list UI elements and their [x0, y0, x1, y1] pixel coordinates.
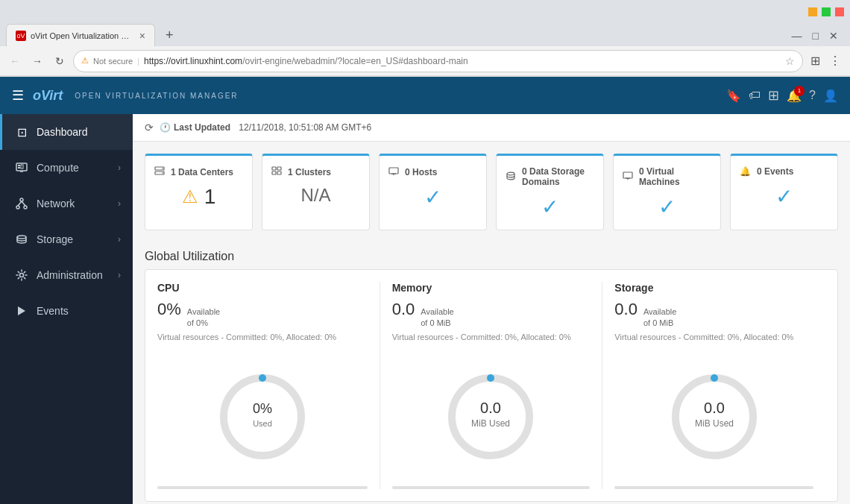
main-content: ⟳ 🕐 Last Updated 12/11/2018, 10:51:08 AM… [133, 114, 850, 504]
sidebar-item-label-dashboard: Dashboard [37, 126, 121, 138]
svg-point-6 [16, 206, 19, 209]
sidebar-item-network[interactable]: Network › [0, 186, 133, 221]
browser-controls-bar: ← → ↻ ⚠ Not secure | https://ovirt.linux… [0, 46, 850, 76]
clusters-card-label: 1 Clusters [288, 167, 331, 177]
clusters-card[interactable]: 1 Clusters N/A [262, 154, 370, 230]
storage-stats: 0.0 Available of 0 MiB [614, 300, 813, 330]
svg-rect-18 [277, 167, 281, 170]
vms-card-label: 0 Virtual Machines [639, 166, 711, 187]
events-card-label: 0 Events [757, 166, 793, 177]
svg-rect-1 [18, 165, 20, 166]
clusters-na: N/A [300, 185, 330, 206]
tags-icon[interactable]: 🏷 [749, 89, 761, 102]
logo-brand: oVirt [33, 88, 63, 104]
refresh-icon[interactable]: ⟳ [145, 122, 154, 133]
svg-rect-3 [21, 165, 23, 168]
tab-close-button[interactable]: × [139, 30, 145, 42]
security-warning-text: Not secure [93, 57, 133, 66]
url-domain: https://ovirt.linuxhint.com [144, 56, 242, 66]
storage-bar [614, 486, 813, 489]
memory-bar [392, 486, 591, 489]
storage-icon [14, 232, 29, 247]
new-tab-button[interactable]: + [158, 24, 181, 46]
vms-card-header: 0 Virtual Machines [623, 166, 711, 187]
events-value: ✓ [740, 184, 828, 209]
browser-titlebar [0, 0, 850, 24]
network-icon [14, 196, 29, 211]
vms-card[interactable]: 0 Virtual Machines ✓ [613, 154, 721, 230]
global-utilization-section: CPU 0% Available of 0% Virtual resources… [145, 269, 838, 502]
svg-marker-12 [18, 306, 25, 315]
sidebar-item-label-administration: Administration [37, 269, 110, 281]
cpu-available-label: Available [187, 306, 220, 318]
menu-icon[interactable]: ⋮ [826, 51, 844, 71]
events-card[interactable]: 🔔 0 Events ✓ [730, 154, 838, 230]
memory-main-value: 0.0 [392, 300, 415, 319]
svg-point-16 [162, 172, 163, 174]
forward-button[interactable]: → [28, 52, 46, 70]
data-storage-value: ✓ [506, 195, 594, 219]
svg-rect-21 [389, 168, 398, 174]
hamburger-menu-button[interactable]: ☰ [12, 87, 24, 104]
memory-donut-sub: MiB Used [471, 418, 510, 429]
topbar-icons: 🔖 🏷 ⊞ 🔔 1 ? 👤 [726, 87, 838, 104]
content-header: ⟳ 🕐 Last Updated 12/11/2018, 10:51:08 AM… [133, 114, 850, 142]
maximize-button[interactable]: □ [813, 30, 819, 42]
svg-line-9 [22, 201, 25, 206]
events-card-icon: 🔔 [740, 166, 751, 177]
sidebar-item-label-compute: Compute [37, 162, 110, 174]
storage-available-label: Available [643, 306, 676, 318]
sidebar-item-compute[interactable]: Compute › [0, 150, 133, 186]
data-storage-card[interactable]: 0 Data Storage Domains ✓ [496, 154, 604, 230]
dashboard-icon: ⊡ [14, 125, 29, 139]
user-menu-icon[interactable]: 👤 [823, 89, 838, 103]
svg-point-5 [20, 198, 23, 201]
svg-point-15 [162, 168, 163, 169]
storage-note: Virtual resources - Committed: 0%, Alloc… [614, 333, 813, 341]
tab-favicon: oV [16, 31, 26, 41]
hosts-card-header: 0 Hosts [388, 166, 477, 177]
events-card-header: 🔔 0 Events [740, 166, 828, 177]
sidebar-item-storage[interactable]: Storage › [0, 221, 133, 257]
notifications-badge: 1 [794, 86, 805, 96]
storage-chevron-icon: › [118, 234, 121, 245]
back-button[interactable]: ← [6, 52, 24, 70]
close-window-button[interactable]: ✕ [829, 30, 838, 42]
last-updated-value: 12/11/2018, 10:51:08 AM GMT+6 [239, 122, 371, 133]
apps-grid-icon[interactable]: ⊞ [768, 87, 779, 104]
reload-button[interactable]: ↻ [51, 52, 69, 70]
cpu-title: CPU [157, 282, 368, 294]
storage-main-value: 0.0 [614, 300, 638, 319]
util-grid: CPU 0% Available of 0% Virtual resources… [157, 282, 825, 489]
svg-point-7 [24, 206, 27, 209]
notifications-icon[interactable]: 🔔 1 [787, 89, 802, 103]
data-centers-value: ⚠ 1 [154, 185, 243, 209]
data-centers-card[interactable]: 1 Data Centers ⚠ 1 [145, 154, 253, 230]
compute-icon [14, 160, 29, 175]
hosts-card[interactable]: 0 Hosts ✓ [379, 154, 487, 230]
data-centers-icon [154, 166, 165, 177]
administration-icon [14, 268, 29, 283]
svg-rect-25 [623, 172, 632, 178]
app-topbar: ☰ oVirt OPEN VIRTUALIZATION MANAGER 🔖 🏷 … [0, 77, 850, 114]
sidebar-item-label-storage: Storage [37, 233, 110, 245]
memory-utilization-column: Memory 0.0 Available of 0 MiB Virtual re… [380, 282, 603, 489]
sidebar-item-dashboard[interactable]: ⊡ Dashboard [0, 114, 133, 150]
sidebar-item-events[interactable]: Events [0, 293, 133, 329]
minimize-button[interactable]: — [792, 30, 802, 42]
cpu-utilization-column: CPU 0% Available of 0% Virtual resources… [157, 282, 380, 489]
vms-ok-icon: ✓ [658, 195, 676, 219]
memory-donut-container: 0.0 MiB Used [392, 353, 591, 480]
extensions-icon[interactable]: ⊞ [808, 51, 823, 71]
bookmark-star-icon[interactable]: ☆ [785, 55, 795, 67]
data-centers-card-label: 1 Data Centers [171, 167, 233, 177]
help-icon[interactable]: ? [809, 89, 816, 102]
sidebar-item-administration[interactable]: Administration › [0, 257, 133, 293]
sidebar-item-label-events: Events [37, 305, 121, 317]
bookmark-icon[interactable]: 🔖 [726, 89, 741, 103]
active-tab[interactable]: oV oVirt Open Virtualization Mana... × [6, 24, 155, 46]
svg-point-28 [224, 378, 301, 456]
tab-strip: oV oVirt Open Virtualization Mana... × +… [0, 24, 850, 46]
network-chevron-icon: › [118, 198, 121, 209]
address-bar[interactable]: ⚠ Not secure | https://ovirt.linuxhint.c… [73, 50, 803, 72]
